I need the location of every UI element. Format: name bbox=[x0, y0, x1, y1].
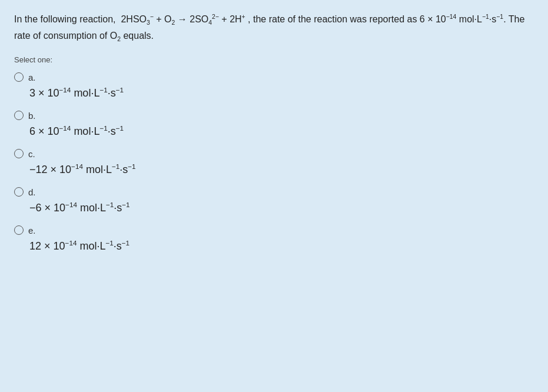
radio-a[interactable] bbox=[14, 72, 24, 82]
radio-b[interactable] bbox=[14, 111, 24, 120]
select-one-label: Select one: bbox=[14, 55, 534, 64]
radio-c[interactable] bbox=[14, 149, 24, 158]
option-d-letter: d. bbox=[28, 187, 36, 197]
option-a-letter: a. bbox=[28, 72, 36, 82]
question-container: In the following reaction, 2HSO3− + O2 →… bbox=[14, 12, 534, 264]
option-c: c. −12 × 10−14 mol·L−1·s−1 bbox=[14, 149, 534, 181]
option-a-value: 3 × 10−14 mol·L−1·s−1 bbox=[29, 85, 534, 101]
option-b-letter: b. bbox=[28, 111, 36, 121]
option-c-letter: c. bbox=[28, 149, 35, 159]
option-e-letter: e. bbox=[28, 225, 36, 235]
option-a: a. 3 × 10−14 mol·L−1·s−1 bbox=[14, 72, 534, 105]
question-text: In the following reaction, 2HSO3− + O2 →… bbox=[14, 12, 534, 45]
radio-d[interactable] bbox=[14, 187, 24, 197]
radio-e[interactable] bbox=[14, 225, 24, 235]
option-b: b. 6 × 10−14 mol·L−1·s−1 bbox=[14, 111, 534, 143]
option-e-value: 12 × 10−14 mol·L−1·s−1 bbox=[29, 238, 534, 254]
option-d-value: −6 × 10−14 mol·L−1·s−1 bbox=[29, 200, 534, 216]
options-list: a. 3 × 10−14 mol·L−1·s−1 b. 6 × 10−14 mo… bbox=[14, 72, 534, 264]
option-e: e. 12 × 10−14 mol·L−1·s−1 bbox=[14, 225, 534, 258]
option-b-value: 6 × 10−14 mol·L−1·s−1 bbox=[29, 123, 534, 139]
option-d: d. −6 × 10−14 mol·L−1·s−1 bbox=[14, 187, 534, 220]
option-c-value: −12 × 10−14 mol·L−1·s−1 bbox=[29, 161, 534, 178]
